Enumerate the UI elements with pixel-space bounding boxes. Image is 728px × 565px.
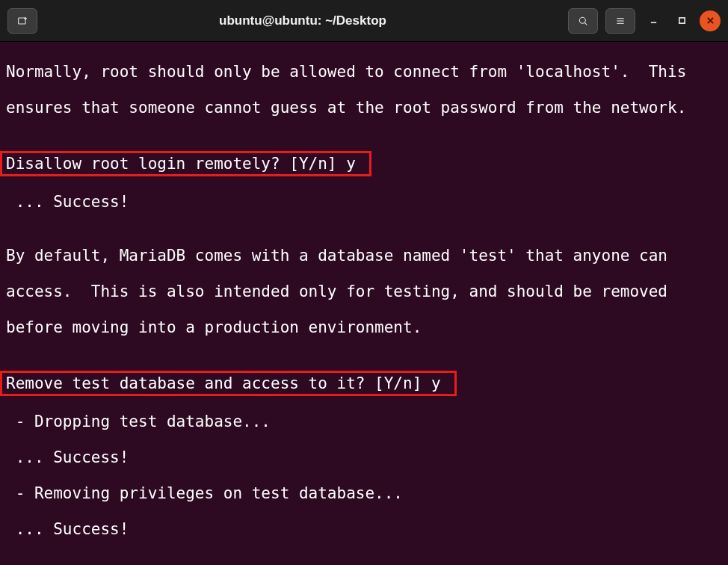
search-icon	[577, 15, 589, 27]
window-title: ubuntu@ubuntu: ~/Desktop	[37, 12, 568, 30]
hamburger-menu-button[interactable]	[605, 8, 635, 34]
new-tab-button[interactable]	[7, 8, 37, 34]
terminal-line: By default, MariaDB comes with a databas…	[6, 247, 727, 265]
highlight-box: Remove test database and access to it? […	[0, 371, 457, 396]
terminal-line: Remove test database and access to it? […	[6, 372, 727, 395]
minimize-icon	[650, 16, 658, 25]
maximize-button[interactable]	[671, 10, 692, 31]
highlight-box: Disallow root login remotely? [Y/n] y	[0, 151, 371, 176]
close-icon	[706, 16, 715, 25]
close-button[interactable]	[700, 10, 721, 31]
terminal-line: access. This is also intended only for t…	[6, 282, 727, 300]
terminal-line: Normally, root should only be allowed to…	[6, 63, 727, 81]
terminal-line: ensures that someone cannot guess at the…	[6, 99, 727, 117]
search-button[interactable]	[568, 8, 598, 34]
terminal-line: - Dropping test database...	[6, 413, 727, 430]
minimize-button[interactable]	[643, 10, 664, 31]
terminal-line: ... Success!	[6, 193, 727, 211]
svg-line-4	[584, 22, 587, 25]
svg-rect-0	[19, 18, 25, 24]
terminal-line: before moving into a production environm…	[6, 318, 727, 336]
terminal-line: Disallow root login remotely? [Y/n] y	[6, 152, 727, 175]
terminal-body[interactable]: Normally, root should only be allowed to…	[0, 42, 728, 565]
terminal-line: - Removing privileges on test database..…	[6, 484, 727, 502]
svg-point-3	[579, 17, 585, 23]
window-titlebar: ubuntu@ubuntu: ~/Desktop	[0, 0, 728, 42]
new-tab-icon	[16, 15, 28, 27]
hamburger-icon	[614, 15, 626, 27]
maximize-icon	[678, 16, 686, 25]
terminal-line: ... Success!	[6, 520, 727, 538]
svg-rect-9	[679, 18, 684, 23]
terminal-line: ... Success!	[6, 448, 727, 466]
